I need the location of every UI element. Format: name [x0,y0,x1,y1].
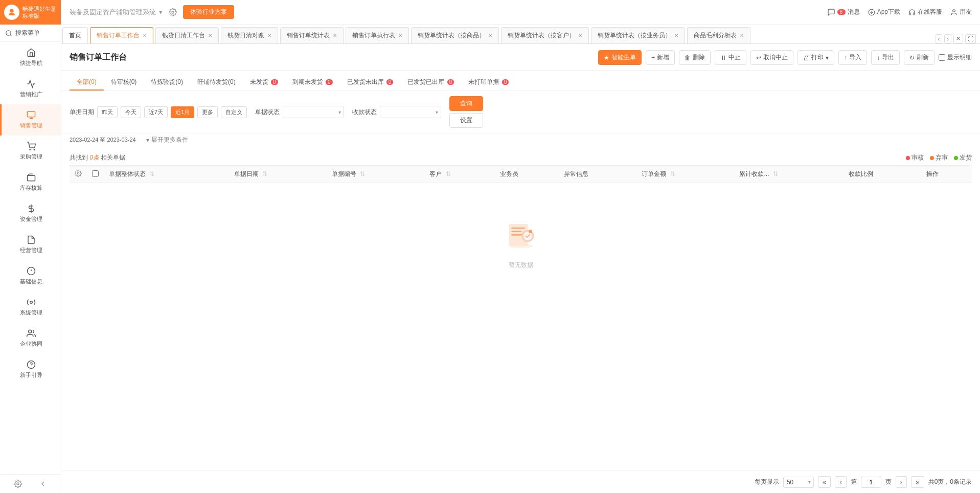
tab-profit-close[interactable]: ✕ [740,33,744,38]
sub-tab-all[interactable]: 全部(0) [70,75,104,91]
th-customer: 客户 ⇅ [424,166,494,183]
print-btn[interactable]: 🖨 打印 ▾ [797,50,834,65]
sort-icon-date[interactable]: ⇅ [262,170,267,177]
tab-sales-customer-close[interactable]: ✕ [578,33,582,38]
tab-sales-staff-close[interactable]: ✕ [674,33,678,38]
tab-close-all[interactable]: ✕ [953,34,963,43]
add-btn[interactable]: + 新增 [646,50,675,65]
experience-btn[interactable]: 体验行业方案 [183,5,234,19]
tab-fullscreen[interactable]: ⛶ [965,34,976,43]
date-btn-yesterday[interactable]: 昨天 [97,106,118,118]
th-checkbox[interactable] [87,166,104,183]
per-page-select[interactable]: 10 20 50 100 [783,477,814,488]
svg-point-16 [953,9,955,12]
sort-icon-number[interactable]: ⇅ [360,170,365,177]
tab-sales-order[interactable]: 销售订单工作台 ✕ [90,27,153,43]
ship-action[interactable]: 发货 [954,153,972,162]
smart-create-btn[interactable]: ★ 智能生单 [598,50,642,65]
sidebar-item-info[interactable]: 基础信息 [0,260,61,292]
cancel-audit-action[interactable]: 弃审 [930,153,948,162]
sub-tab-shipped-no-out[interactable]: 已发货未出库 0 [340,75,401,91]
user-btn[interactable]: 用友 [950,8,972,16]
tab-sales-stat-close[interactable]: ✕ [333,33,337,38]
tab-home[interactable]: 首页 [62,27,88,43]
export-btn[interactable]: ↓ 导出 [871,50,900,65]
prev-page-btn[interactable]: ‹ [835,476,846,488]
sidebar-collapse-btn[interactable] [39,480,47,488]
cancel-pause-btn[interactable]: ↩ 取消中止 [750,50,793,65]
sidebar-settings-btn[interactable] [14,480,22,488]
tab-scroll-left[interactable]: ‹ [936,34,943,43]
sidebar-item-system[interactable]: 系统管理 [0,292,61,323]
date-btn-today[interactable]: 今天 [121,106,141,118]
expand-btn[interactable]: ▾ 展开更多条件 [142,133,192,146]
sub-tab-pending[interactable]: 待审核(0) [104,75,144,91]
sort-icon-amount[interactable]: ⇅ [670,170,675,177]
pause-btn[interactable]: ⏸ 中止 [715,50,746,65]
settings-icon[interactable] [169,8,177,16]
online-service-btn[interactable]: 在线客服 [908,8,942,16]
sidebar-item-inventory[interactable]: 库存核算 [0,167,61,198]
date-btn-1month[interactable]: 近1月 [171,106,194,118]
sub-tab-shipped-out[interactable]: 已发货已出库 0 [400,75,461,91]
app-download-btn[interactable]: App下载 [868,8,900,16]
show-detail-label[interactable]: 显示明细 [939,53,972,62]
tab-scroll-right[interactable]: › [944,34,951,43]
date-btn-more[interactable]: 更多 [197,106,218,118]
tab-sales-stat[interactable]: 销售订单统计表 ✕ [280,27,344,43]
per-page-select-wrapper: 10 20 50 100 [783,477,814,488]
select-all-checkbox[interactable] [92,170,99,177]
tab-sales-product[interactable]: 销货单统计表（按商品） ✕ [411,27,499,43]
sidebar-item-guide[interactable]: 新手引导 [0,354,61,385]
sidebar-item-sales[interactable]: 销售管理 [0,104,61,136]
sort-icon-status[interactable]: ⇅ [149,170,154,177]
query-btn[interactable]: 查询 [449,96,483,111]
tab-sales-product-close[interactable]: ✕ [488,33,492,38]
sub-tab-check[interactable]: 待拣验货(0) [144,75,190,91]
import-icon: ↑ [844,54,847,61]
table-head: 单据整体状态 ⇅ 单据日期 ⇅ 单据编号 ⇅ [70,166,972,183]
tab-sales-order-close[interactable]: ✕ [143,33,147,38]
unshipped-badge: 0 [271,79,278,85]
message-btn[interactable]: 6 消息 [827,8,860,16]
sub-tab-unshipped[interactable]: 未发货 0 [243,75,285,91]
tab-sales-customer[interactable]: 销货单统计表（按客户） ✕ [501,27,589,43]
settings-btn[interactable]: 设置 [449,113,483,128]
tab-cash-daily-close[interactable]: ✕ [208,33,212,38]
sort-icon-customer[interactable]: ⇅ [446,170,451,177]
sidebar-item-search[interactable]: 搜索菜单 [0,25,61,42]
tab-profit[interactable]: 商品毛利分析表 ✕ [687,27,750,43]
show-detail-checkbox[interactable] [939,54,945,61]
sidebar-item-finance[interactable]: 资金管理 [0,198,61,229]
tab-cash-reconcile[interactable]: 钱货日清对账 ✕ [221,27,278,43]
sort-icon-received[interactable]: ⇅ [773,170,778,177]
tab-sales-exec[interactable]: 销售订单执行表 ✕ [346,27,409,43]
tab-cash-reconcile-close[interactable]: ✕ [267,33,271,38]
tab-sales-staff[interactable]: 销货单统计表（按业务员） ✕ [591,27,685,43]
status-select[interactable] [283,106,344,118]
sidebar-item-purchase[interactable]: 采购管理 [0,136,61,167]
sub-tab-unprinted[interactable]: 未打印单据 0 [461,75,516,91]
dropdown-icon[interactable]: ▾ [159,8,163,16]
date-btn-7days[interactable]: 近7天 [144,106,168,118]
sidebar-info-label: 基础信息 [20,278,42,285]
date-btn-custom[interactable]: 自定义 [221,106,247,118]
sidebar-item-manage[interactable]: 经营管理 [0,229,61,260]
refresh-btn[interactable]: ↻ 刷新 [904,50,935,65]
current-page-input[interactable] [861,477,881,488]
delete-btn[interactable]: 🗑 删除 [679,50,711,65]
first-page-btn[interactable]: « [818,476,831,488]
sidebar-item-collab[interactable]: 企业协同 [0,323,61,354]
import-btn[interactable]: ↑ 导入 [838,50,867,65]
next-page-btn[interactable]: › [896,476,907,488]
sub-tab-overdue[interactable]: 到期未发货 0 [285,75,340,91]
page-header: 销售订单工作台 ★ 智能生单 + 新增 🗑 删除 ⏸ [61,44,980,71]
tab-cash-daily[interactable]: 钱货日清工作台 ✕ [155,27,219,43]
payment-select[interactable] [380,106,441,118]
last-page-btn[interactable]: » [911,476,924,488]
audit-action[interactable]: 审核 [906,153,924,162]
sub-tab-shop-ship[interactable]: 旺铺待发货(0) [190,75,243,91]
tab-sales-exec-close[interactable]: ✕ [398,33,402,38]
sidebar-item-marketing[interactable]: 营销推广 [0,73,61,104]
sidebar-item-nav[interactable]: 快捷导航 [0,42,61,73]
